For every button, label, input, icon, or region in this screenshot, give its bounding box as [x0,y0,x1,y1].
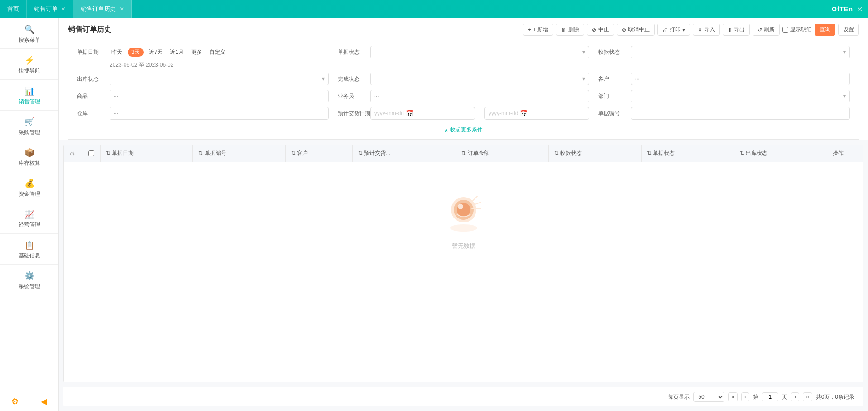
settings-button[interactable]: 设置 [838,24,859,36]
sidebar-item-quick-nav-label: 快捷导航 [19,67,40,75]
prev-page-btn[interactable]: ‹ [741,392,749,401]
calendar-start-icon: 📅 [406,110,413,117]
sidebar-collapse-icon[interactable]: ◀ [41,396,47,406]
th-checkbox[interactable] [82,145,100,162]
import-icon: ⬇ [698,27,702,33]
empty-area: 暂无数据 [64,162,863,277]
date-end-placeholder: yyyy-mm-dd [489,110,518,116]
empty-cell: 暂无数据 [64,162,863,278]
sidebar-item-basic-info-label: 基础信息 [19,252,40,260]
display-columns-checkbox[interactable]: 显示明细 [782,26,812,34]
print-button[interactable]: 🖨 打印 ▾ [657,24,690,36]
warehouse-filter-group: 仓库 ··· [77,107,329,120]
salesperson-input[interactable]: ··· [370,90,590,102]
expected-date-filter-group: 预计交货日期 yyyy-mm-dd 📅 — yyyy-mm-dd 📅 [338,107,590,120]
th-bill-date: ⇅ 单据日期 [100,145,193,162]
delete-button[interactable]: 🗑 删除 [556,24,584,36]
delivery-status-select[interactable]: ▾ [110,73,329,85]
main-layout: 🔍 搜索菜单 ⚡ 快捷导航 📊 销售管理 🛒 采购管理 📦 库存核算 💰 资金管… [0,18,868,411]
th-gear[interactable]: ⚙ [64,145,82,162]
sidebar-item-ops-mgmt[interactable]: 📈 经营管理 [0,203,58,234]
date-yesterday-btn[interactable]: 昨天 [110,48,124,57]
bill-no-input[interactable] [631,107,850,120]
page-suffix: 页 [782,393,787,401]
expected-date-input-pair: yyyy-mm-dd 📅 — yyyy-mm-dd 📅 [370,107,590,120]
refresh-button[interactable]: ↺ 刷新 [753,24,780,36]
next-page-btn[interactable]: › [791,392,799,401]
date-range-text: 2023-06-02 至 2023-06-02 [110,62,173,68]
sidebar-item-purchase-mgmt-label: 采购管理 [19,129,40,136]
filter-row-3: 商品 ··· 业务员 ··· 部门 [77,90,850,102]
add-button[interactable]: + + 新增 [523,24,553,36]
search-menu-icon: 🔍 [24,24,34,34]
delivery-status-arrow: ▾ [322,76,325,82]
sidebar-item-fund-mgmt[interactable]: 💰 资金管理 [0,172,58,203]
tab-sales-order-history[interactable]: 销售订单历史 ✕ [73,0,132,18]
tab-home-label: 首页 [7,5,19,13]
sidebar-item-purchase-mgmt[interactable]: 🛒 采购管理 [0,111,58,141]
sidebar-settings-icon[interactable]: ⚙ [11,396,19,406]
page-input[interactable] [762,392,778,401]
complete-status-select[interactable]: ▾ [370,73,590,85]
customer-input[interactable]: ··· [631,73,850,85]
sidebar-item-sys-mgmt[interactable]: ⚙️ 系统管理 [0,265,58,295]
tab-home[interactable]: 首页 [0,0,27,18]
date-custom-btn[interactable]: 自定义 [207,48,227,57]
page-title: 销售订单历史 [68,25,111,34]
sidebar-item-inventory-calc[interactable]: 📦 库存核算 [0,141,58,172]
date-filter-label: 单据日期 [77,48,110,56]
top-bar: 首页 销售订单 ✕ 销售订单历史 ✕ OfTEn ✕ [0,0,868,18]
cancel-stop-button[interactable]: ⊘ 取消中止 [617,24,655,36]
svg-point-4 [458,204,463,209]
product-label: 商品 [77,92,110,100]
last-page-btn[interactable]: » [803,392,812,401]
refresh-icon: ↺ [758,27,762,33]
product-dots: ··· [114,93,118,99]
tab-sales-order[interactable]: 销售订单 ✕ [27,0,73,18]
query-button[interactable]: 查询 [815,24,835,36]
payment-status-filter-group: 收款状态 ▾ [598,46,850,58]
date-filter-options: 昨天 3天 近7天 近1月 更多 自定义 [110,48,329,57]
calendar-end-icon: 📅 [520,110,528,117]
filter-area: 单据日期 昨天 3天 近7天 近1月 更多 自定义 单据状态 [68,41,859,140]
date-7days-btn[interactable]: 近7天 [147,48,165,57]
sidebar-item-sales-mgmt[interactable]: 📊 销售管理 [0,80,58,111]
stop-button[interactable]: ⊘ 中止 [587,24,614,36]
expected-date-start[interactable]: yyyy-mm-dd 📅 [370,107,475,120]
delivery-status-filter-group: 出库状态 ▾ [77,73,329,85]
sidebar-item-search-menu[interactable]: 🔍 搜索菜单 [0,18,58,49]
tab-list: 首页 销售订单 ✕ 销售订单历史 ✕ [0,0,826,18]
window-close-btn[interactable]: ✕ [857,5,863,14]
complete-status-arrow: ▾ [582,76,585,82]
gear-icon[interactable]: ⚙ [69,150,75,157]
display-columns-input[interactable] [782,27,788,33]
collapse-row[interactable]: ∧ 收起更多条件 [77,124,850,134]
expected-date-end[interactable]: yyyy-mm-dd 📅 [484,107,589,120]
export-button[interactable]: ⬆ 导出 [723,24,750,36]
delete-icon: 🗑 [561,27,566,33]
sidebar-item-sys-mgmt-label: 系统管理 [19,283,40,290]
tab-sales-order-close[interactable]: ✕ [61,6,66,12]
page-size-select[interactable]: 20 50 100 [693,392,724,402]
payment-status-arrow: ▾ [843,49,846,55]
select-all-checkbox[interactable] [88,150,94,156]
date-1month-btn[interactable]: 近1月 [168,48,186,57]
payment-status-label: 收款状态 [598,48,631,56]
payment-status-select[interactable]: ▾ [631,46,850,58]
first-page-btn[interactable]: « [728,392,738,401]
product-input[interactable]: ··· [110,90,329,102]
sidebar: 🔍 搜索菜单 ⚡ 快捷导航 📊 销售管理 🛒 采购管理 📦 库存核算 💰 资金管… [0,18,59,411]
date-3days-btn[interactable]: 3天 [128,48,144,57]
warehouse-input[interactable]: ··· [110,107,329,120]
sys-mgmt-icon: ⚙️ [24,271,34,281]
sidebar-item-basic-info[interactable]: 📋 基础信息 [0,234,58,265]
filter-row-4: 仓库 ··· 预计交货日期 yyyy-mm-dd 📅 [77,107,850,120]
tab-sales-order-label: 销售订单 [34,5,58,13]
tab-sales-order-history-close[interactable]: ✕ [120,6,124,12]
date-more-btn[interactable]: 更多 [189,48,204,57]
import-button[interactable]: ⬇ 导入 [693,24,720,36]
bill-status-select[interactable]: ▾ [370,46,590,58]
page-label: 第 [753,393,758,401]
department-select[interactable]: ▾ [631,90,850,102]
sidebar-item-quick-nav[interactable]: ⚡ 快捷导航 [0,49,58,80]
